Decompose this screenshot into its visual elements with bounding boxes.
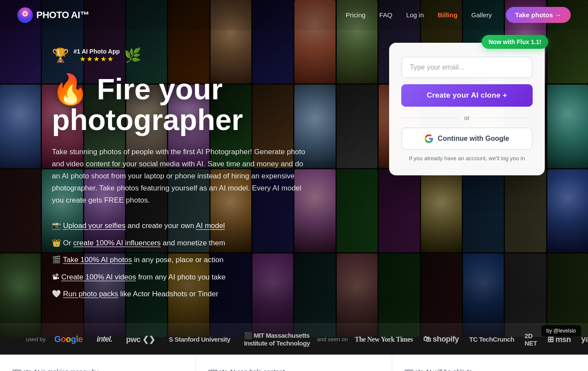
testimonial-3: "Photo AI will be able to... xyxy=(392,355,588,371)
email-input[interactable] xyxy=(401,57,533,78)
heart-emoji: 🤍 xyxy=(52,290,61,298)
brand-mit: ⬛ MIT MassachusettsInstitute of Technolo… xyxy=(244,332,310,347)
testimonial-2-text: "Photo AI can help content... xyxy=(208,367,379,371)
login-hint: If you already have an account, we'll lo… xyxy=(401,155,533,162)
award-title: #1 AI Photo App xyxy=(74,48,120,55)
hero-section: 🏆 #1 AI Photo App ★★★★★ 🌿 🔥 Fire your ph… xyxy=(0,30,588,323)
levels-badge: by @levelsio xyxy=(541,325,581,336)
upload-selfies-link[interactable]: Upload your selfies xyxy=(63,222,126,230)
testimonials-section: "Photo AI is making money by... "Photo A… xyxy=(0,355,588,371)
brand-google: Google xyxy=(54,334,83,344)
divider-line-left xyxy=(401,118,459,118)
logo[interactable]: PHOTO AI™ xyxy=(17,7,89,23)
brand-pwc: pwc ❮❯ xyxy=(126,335,155,344)
award-badge: 🏆 #1 AI Photo App ★★★★★ 🌿 xyxy=(52,47,355,63)
brand-nytimes: The New York Times xyxy=(355,336,413,343)
testimonial-3-text: "Photo AI will be able to... xyxy=(404,367,576,371)
pricing-link[interactable]: Pricing xyxy=(346,11,366,19)
crown-emoji: 👑 xyxy=(52,239,61,247)
ai-model-link[interactable]: AI model xyxy=(196,222,225,230)
film-emoji: 📽 xyxy=(52,273,59,281)
testimonial-1: "Photo AI is making money by... xyxy=(0,355,196,371)
camera-emoji: 📸 xyxy=(52,222,61,230)
divider-text: or xyxy=(464,114,470,121)
brand-stanford: S Stanford University xyxy=(169,336,230,343)
award-laurel: 🏆 #1 AI Photo App ★★★★★ 🌿 xyxy=(52,47,141,63)
create-clone-button[interactable]: Create your AI clone + xyxy=(401,84,533,107)
brand-zdnet: 2DNET xyxy=(524,332,537,347)
fire-emoji: 🔥 xyxy=(52,73,89,105)
main-headline: 🔥 Fire your photographer xyxy=(52,74,355,136)
brands-bar: used by Google intel. pwc ❮❯ S Stanford … xyxy=(0,323,588,355)
logo-text: PHOTO AI™ xyxy=(36,10,89,21)
brand-intel: intel. xyxy=(96,335,112,344)
and-seen-label: and seen on xyxy=(317,336,348,342)
navbar: PHOTO AI™ Pricing FAQ Log in Billing Gal… xyxy=(0,0,588,30)
feature-photos: 🎬 Take 100% AI photos in any pose, place… xyxy=(52,254,355,266)
brand-yahoo: yahoo! news xyxy=(581,335,588,344)
brand-techcrunch: TC TechCrunch xyxy=(469,336,514,343)
award-text: #1 AI Photo App ★★★★★ xyxy=(74,48,120,63)
feature-list: 📸 Upload your selfies and create your ow… xyxy=(52,220,355,300)
signup-card: Create your AI clone + or Continue with … xyxy=(389,43,545,175)
divider: or xyxy=(401,114,533,121)
headline-line2: photographer xyxy=(52,103,243,136)
take-photos-button[interactable]: Take photos → xyxy=(506,7,571,23)
feature-upload: 📸 Upload your selfies and create your ow… xyxy=(52,220,355,231)
laurel-left-icon: 🏆 xyxy=(52,47,69,63)
feature-videos: 📽 Create 100% AI videos from any AI phot… xyxy=(52,272,355,283)
divider-line-right xyxy=(475,118,533,118)
testimonial-1-text: "Photo AI is making money by... xyxy=(12,367,183,371)
login-link[interactable]: Log in xyxy=(406,11,424,19)
feature-packs: 🤍 Run photo packs like Actor Headshots o… xyxy=(52,289,355,300)
ai-influencers-link[interactable]: create 100% AI influencers xyxy=(73,239,160,247)
flux-badge: Now with Flux 1.1! xyxy=(482,35,548,49)
billing-link[interactable]: Billing xyxy=(438,11,457,19)
feature-influencer: 👑 Or create 100% AI influencers and mone… xyxy=(52,238,355,249)
stars: ★★★★★ xyxy=(74,55,120,63)
movie-emoji: 🎬 xyxy=(52,256,61,264)
testimonial-2: "Photo AI can help content... xyxy=(196,355,392,371)
headline-line1: Fire your xyxy=(97,73,223,105)
ai-videos-link[interactable]: Create 100% AI videos xyxy=(61,273,136,281)
svg-point-2 xyxy=(24,13,26,15)
google-icon xyxy=(425,134,433,143)
nav-links: Pricing FAQ Log in Billing Gallery Take … xyxy=(346,7,571,23)
logo-icon xyxy=(17,7,33,23)
ai-photos-link[interactable]: Take 100% AI photos xyxy=(63,256,132,264)
brand-shopify: 🛍 shopify xyxy=(423,335,459,344)
hero-subtext: Take stunning photos of people with the … xyxy=(52,146,311,206)
google-signin-button[interactable]: Continue with Google xyxy=(401,127,533,150)
gallery-link[interactable]: Gallery xyxy=(471,11,492,19)
hero-content: 🏆 #1 AI Photo App ★★★★★ 🌿 🔥 Fire your ph… xyxy=(52,38,355,300)
photo-packs-link[interactable]: Run photo packs xyxy=(63,290,118,298)
google-button-label: Continue with Google xyxy=(438,135,509,143)
faq-link[interactable]: FAQ xyxy=(379,11,392,19)
used-by-logos: Google intel. pwc ❮❯ S Stanford Universi… xyxy=(54,332,310,347)
signup-card-wrapper: Now with Flux 1.1! Create your AI clone … xyxy=(389,43,545,175)
laurel-right-icon: 🌿 xyxy=(124,47,141,63)
used-by-label: used by xyxy=(26,336,46,342)
